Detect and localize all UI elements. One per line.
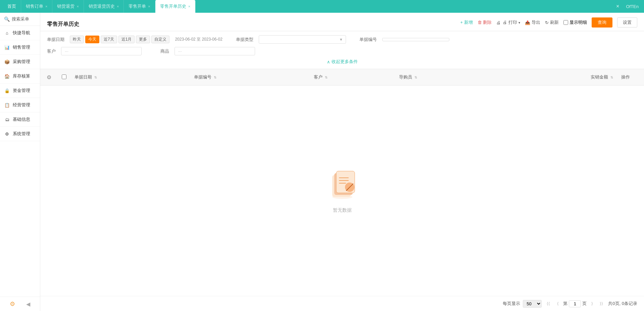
sidebar-item-finance[interactable]: 🔒 资金管理: [0, 84, 40, 98]
display-detail-checkbox[interactable]: [563, 20, 568, 25]
product-filter-input[interactable]: ···: [175, 47, 255, 55]
collapse-button[interactable]: ∧ 收起更多条件: [327, 59, 358, 65]
empty-state: 暂无数据: [40, 86, 644, 296]
table-wrapper: ⚙ 单据日期 ⇅ 单据编号 ⇅: [40, 69, 644, 296]
print-button[interactable]: 🖨 🖨 打印 ▾: [496, 19, 520, 25]
th-number: 单据编号 ⇅: [190, 69, 309, 86]
customer-filter-label: 客户: [47, 48, 56, 54]
sidebar-item-base-info[interactable]: 🗂 基础信息: [0, 112, 40, 127]
type-filter-label: 单据类型: [236, 37, 253, 43]
th-guide: 导购员 ⇅: [395, 69, 497, 86]
date-btn-7days[interactable]: 近7天: [101, 36, 117, 43]
th-date: 单据日期 ⇅: [70, 69, 190, 86]
tab-close-sales-return-history[interactable]: ×: [117, 4, 119, 8]
type-dropdown-icon: ▾: [340, 37, 342, 42]
empty-illustration: [326, 168, 359, 202]
date-range-display: 2023-06-02 至 2023-06-02: [175, 37, 222, 42]
customer-input-placeholder: ···: [65, 49, 68, 54]
date-filter-buttons: 昨天 今天 近7天 近1月 更多 自定义: [70, 36, 169, 43]
guide-sort-icon[interactable]: ⇅: [414, 75, 417, 79]
sidebar-collapse-icon[interactable]: ◀: [26, 301, 30, 307]
total-info: 共0页, 0条记录: [608, 301, 637, 307]
date-filter-label: 单据日期: [47, 37, 64, 43]
empty-text: 暂无数据: [333, 207, 352, 213]
th-action: 操作: [617, 69, 644, 86]
content-area: 零售开单历史 + 新增 🗑 删除 🖨 🖨 打印 ▾ 📤 导出 ↻ 刷新: [40, 13, 644, 311]
per-page-label: 每页显示: [503, 301, 520, 307]
date-sort-icon[interactable]: ⇅: [94, 75, 97, 79]
customer-filter-input[interactable]: ···: [61, 47, 142, 55]
th-customer: 客户 ⇅: [310, 69, 395, 86]
last-page-btn[interactable]: ⟩⟩: [597, 300, 605, 308]
th-amount: 实销金额 ⇅: [497, 69, 617, 86]
date-btn-1month[interactable]: 近1月: [118, 36, 135, 43]
print-icon: 🖨: [496, 20, 501, 25]
date-btn-more[interactable]: 更多: [136, 36, 150, 43]
next-page-btn[interactable]: ⟩: [588, 300, 596, 308]
first-page-btn[interactable]: ⟨⟨: [544, 300, 552, 308]
page-number-input[interactable]: [569, 300, 581, 307]
page-label-end: 页: [582, 301, 587, 307]
table-icon: 🗂: [4, 116, 10, 122]
home-icon: ⌂: [4, 30, 10, 36]
pagination: 每页显示 50 100 200 ⟨⟨ ⟨ 第 页 ⟩ ⟩⟩ 共0页, 0条记录: [40, 296, 644, 311]
box-icon: 📦: [4, 59, 10, 65]
window-close-btn[interactable]: ×: [616, 3, 619, 9]
page-navigation: ⟨⟨ ⟨ 第 页 ⟩ ⟩⟩: [544, 300, 605, 308]
query-button[interactable]: 查询: [592, 17, 612, 28]
per-page-select[interactable]: 50 100 200: [523, 300, 542, 308]
type-filter-select[interactable]: ▾: [259, 35, 346, 44]
print-dropdown-icon: ▾: [518, 21, 520, 24]
page-title: 零售开单历史: [47, 21, 79, 28]
sidebar-item-operation[interactable]: 📋 经营管理: [0, 98, 40, 112]
settings-icon: ⚙: [4, 131, 10, 137]
select-all-checkbox[interactable]: [62, 74, 66, 79]
bar-icon: 📋: [4, 102, 10, 108]
sidebar-item-system[interactable]: ⚙ 系统管理: [0, 127, 40, 141]
add-button[interactable]: + 新增: [460, 19, 473, 25]
tab-retail-open[interactable]: 零售开单 ×: [124, 0, 155, 13]
tab-close-sales-return[interactable]: ×: [77, 4, 79, 8]
table-header: ⚙ 单据日期 ⇅ 单据编号 ⇅: [40, 69, 644, 86]
collapse-row: ∧ 收起更多条件: [47, 59, 637, 65]
sidebar-item-sales-mgmt[interactable]: 📊 销售管理: [0, 40, 40, 55]
sidebar-search[interactable]: 🔍 搜索采单: [0, 13, 40, 26]
tab-close-sales-order[interactable]: ×: [45, 4, 47, 8]
sidebar-settings-icon[interactable]: ⚙: [10, 300, 15, 308]
tab-home[interactable]: 首页: [3, 0, 21, 13]
sidebar-bottom: ⚙ ◀: [0, 297, 40, 311]
table-settings-icon[interactable]: ⚙: [44, 72, 54, 82]
filter-row-2: 客户 ··· 商品 ···: [47, 47, 637, 55]
date-btn-custom[interactable]: 自定义: [151, 36, 169, 43]
product-input-placeholder: ···: [178, 49, 182, 54]
refresh-button[interactable]: ↻ 刷新: [545, 19, 559, 25]
display-detail-toggle[interactable]: 显示明细: [563, 19, 587, 25]
data-table: ⚙ 单据日期 ⇅ 单据编号 ⇅: [40, 69, 644, 86]
tab-close-retail-open[interactable]: ×: [148, 4, 150, 8]
filter-row-1: 单据日期 昨天 今天 近7天 近1月 更多 自定义 2023-06-02 至 2…: [47, 35, 637, 44]
chart-icon: 📊: [4, 44, 10, 50]
page-header: 零售开单历史 + 新增 🗑 删除 🖨 🖨 打印 ▾ 📤 导出 ↻ 刷新: [40, 13, 644, 31]
page-label: 第: [563, 301, 567, 307]
date-btn-today[interactable]: 今天: [85, 36, 99, 43]
number-sort-icon[interactable]: ⇅: [214, 75, 216, 79]
tab-sales-order[interactable]: 销售订单 ×: [21, 0, 52, 13]
settings-button[interactable]: 设置: [617, 17, 637, 28]
tab-sales-return-history[interactable]: 销货退货历史 ×: [84, 0, 124, 13]
sidebar-item-quick-nav[interactable]: ⌂ 快捷导航: [0, 26, 40, 40]
product-filter-label: 商品: [160, 48, 169, 54]
customer-sort-icon[interactable]: ⇅: [325, 75, 328, 79]
tab-retail-open-history[interactable]: 零售开单历史 ×: [155, 0, 195, 13]
delete-button[interactable]: 🗑 删除: [478, 19, 492, 25]
prev-page-btn[interactable]: ⟨: [554, 300, 562, 308]
sidebar: 🔍 搜索采单 ⌂ 快捷导航 📊 销售管理 📦 采购管理 🏠 库存核算 🔒 资金管…: [0, 13, 40, 311]
tab-bar: 首页 销售订单 × 销货退货 × 销货退货历史 × 零售开单 × 零售开单历史 …: [0, 0, 644, 13]
tab-sales-return[interactable]: 销货退货 ×: [52, 0, 84, 13]
amount-sort-icon[interactable]: ⇅: [610, 75, 613, 79]
id-filter-input[interactable]: [382, 38, 449, 41]
date-btn-yesterday[interactable]: 昨天: [70, 36, 84, 43]
sidebar-item-purchase-mgmt[interactable]: 📦 采购管理: [0, 55, 40, 69]
export-button[interactable]: 📤 导出: [525, 19, 540, 25]
sidebar-item-inventory[interactable]: 🏠 库存核算: [0, 69, 40, 84]
tab-close-retail-open-history[interactable]: ×: [188, 4, 190, 8]
